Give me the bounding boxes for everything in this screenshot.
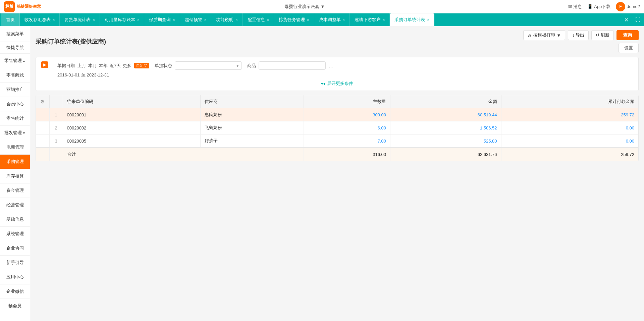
sidebar-item-marketing[interactable]: 营销推广 <box>0 83 30 97</box>
filter-main-row: ▶ 单据日期 上月 本月 本年 近7天 更多 <box>41 61 633 78</box>
sidebar-item-stock-audit[interactable]: 库存核算 <box>0 169 30 183</box>
sidebar-item-ops-mgmt[interactable]: 经营管理 <box>0 198 30 212</box>
logo-icon: 标版 <box>4 1 15 12</box>
tab-pick-task-close[interactable]: × <box>307 18 309 22</box>
sidebar-item-wholesale-mgmt[interactable]: 批发管理 <box>0 126 30 140</box>
page-content: 采购订单统计表(按供应商) 🖨 按模板打印 ▼ ↓ 导出 ↺ <box>30 26 644 321</box>
tab-close-all-btn[interactable]: ✕ <box>622 17 631 23</box>
tab-overstock-close[interactable]: × <box>204 18 206 22</box>
search-menu-btn[interactable]: 搜索菜单 <box>3 30 27 38</box>
status-select[interactable] <box>175 61 242 70</box>
message-icon: ✉ <box>568 4 572 9</box>
page-title-bar: 采购订单统计表(按供应商) 🖨 按模板打印 ▼ ↓ 导出 ↺ <box>36 30 639 53</box>
tab-purchase-summary[interactable]: 采购订单统计表 × <box>390 13 434 26</box>
table-row[interactable]: 3 00020005 好孩子 7.00 525.80 0.00 <box>36 135 638 148</box>
gear-icon[interactable]: ⚙ <box>40 99 45 104</box>
page-title: 采购订单统计表(按供应商) <box>36 38 106 46</box>
sidebar-item-sys-mgmt[interactable]: 系统管理 <box>0 227 30 241</box>
th-supplier-name: 供应商 <box>201 95 304 108</box>
sidebar-item-purchase-mgmt[interactable]: 采购管理 <box>0 155 30 169</box>
refresh-icon: ↺ <box>596 33 599 38</box>
sidebar-item-new-guide[interactable]: 新手引导 <box>0 256 30 270</box>
tab-collect-summary-close[interactable]: × <box>53 18 55 22</box>
shortcut-this-month[interactable]: 本月 <box>88 63 97 69</box>
table-header-row: ⚙ 往来单位编码 供应商 主数量 金额 累计付款金额 <box>36 95 638 108</box>
tab-stock-ledger-close[interactable]: × <box>137 18 139 22</box>
tab-invite-downstream[interactable]: 邀请下游客户 × <box>350 13 390 26</box>
date-shortcuts: 上月 本月 本年 近7天 更多 <box>77 63 131 69</box>
sidebar-item-retail-mgmt[interactable]: 零售管理 <box>0 54 30 68</box>
user-area[interactable]: E demo2 <box>616 2 640 11</box>
row-num: 3 <box>49 135 63 148</box>
tab-expiry-query-close[interactable]: × <box>173 18 175 22</box>
tab-config-info-label: 配置信息 <box>248 17 265 23</box>
th-amount: 金额 <box>390 95 501 108</box>
message-btn[interactable]: ✉ 消息 <box>568 4 582 10</box>
tab-overstock[interactable]: 超储预警 × <box>180 13 211 26</box>
print-btn[interactable]: 🖨 按模板打印 ▼ <box>523 30 565 40</box>
sidebar-item-vip-member[interactable]: 畅会员 <box>0 299 30 313</box>
tab-func-desc-close[interactable]: × <box>235 18 237 22</box>
tab-expiry-query[interactable]: 保质期查询 × <box>144 13 180 26</box>
expand-more-btn[interactable]: ▾▾ 展开更多条件 <box>41 78 633 87</box>
shortcut-7days[interactable]: 近7天 <box>110 63 121 69</box>
status-select-wrapper <box>175 61 242 70</box>
tab-order-summary-close[interactable]: × <box>93 18 95 22</box>
settings-btn[interactable]: 设置 <box>619 43 639 53</box>
goods-label: 商品 <box>247 63 256 69</box>
nav-tabs: 首页 收发存汇总表 × 要货单统计表 × 可用量库存账本 × 保质期查询 × 超… <box>0 13 644 26</box>
app-download-btn[interactable]: 📱 App下载 <box>587 4 610 10</box>
sidebar-item-finance-mgmt[interactable]: 资金管理 <box>0 183 30 198</box>
tab-config-info[interactable]: 配置信息 × <box>243 13 274 26</box>
tab-cost-adjust-label: 成本调整单 <box>319 17 341 23</box>
data-table: ⚙ 往来单位编码 供应商 主数量 金额 累计付款金额 1 000200 <box>36 95 638 161</box>
query-btn[interactable]: 查询 <box>616 30 639 40</box>
sidebar-item-enterprise-collab[interactable]: 企业协同 <box>0 241 30 256</box>
shortcut-this-year[interactable]: 本年 <box>99 63 108 69</box>
tab-func-desc[interactable]: 功能说明 × <box>211 13 243 26</box>
refresh-btn[interactable]: ↺ 刷新 <box>591 30 614 40</box>
export-btn[interactable]: ↓ 导出 <box>568 30 589 40</box>
table-row[interactable]: 1 00020001 惠氏奶粉 303.00 60,519.44 259.72 <box>36 108 638 121</box>
query-settings-group: 查询 设置 <box>616 30 639 53</box>
tab-invite-downstream-close[interactable]: × <box>383 18 385 22</box>
message-label: 消息 <box>573 4 582 10</box>
more-dots-btn[interactable]: … <box>328 63 334 69</box>
tab-purchase-summary-label: 采购订单统计表 <box>394 17 425 23</box>
row-settings <box>36 108 49 121</box>
row-main-qty: 6.00 <box>304 121 390 135</box>
tab-cost-adjust-close[interactable]: × <box>343 18 345 22</box>
row-num: 2 <box>49 121 63 135</box>
th-supplier-code: 往来单位编码 <box>63 95 201 108</box>
tab-purchase-summary-close[interactable]: × <box>427 18 429 22</box>
tab-fullscreen-btn[interactable]: ⛶ <box>633 17 643 23</box>
sidebar-item-retail-mall[interactable]: 零售商城 <box>0 68 30 83</box>
sidebar-item-app-center[interactable]: 应用中心 <box>0 270 30 284</box>
tab-stock-ledger[interactable]: 可用量库存账本 × <box>100 13 144 26</box>
shortcut-last-month[interactable]: 上月 <box>77 63 86 69</box>
workspace-selector[interactable]: 母婴行业演示账套 ▼ <box>284 4 325 10</box>
row-supplier-code: 00020001 <box>63 108 201 121</box>
sidebar-item-member-center[interactable]: 会员中心 <box>0 97 30 111</box>
row-settings <box>36 121 49 135</box>
row-paid-amount: 0.00 <box>501 121 638 135</box>
tab-order-summary[interactable]: 要货单统计表 × <box>60 13 100 26</box>
tab-cost-adjust[interactable]: 成本调整单 × <box>314 13 350 26</box>
shortcut-more[interactable]: 更多 <box>123 63 131 69</box>
tab-pick-task[interactable]: 拣货任务管理 × <box>274 13 314 26</box>
goods-input[interactable] <box>259 61 326 70</box>
tab-collect-summary[interactable]: 收发存汇总表 × <box>20 13 60 26</box>
sidebar-item-basic-info[interactable]: 基础信息 <box>0 212 30 227</box>
tab-config-info-close[interactable]: × <box>267 18 269 22</box>
sidebar-item-enterprise-wechat[interactable]: 企业微信 <box>0 284 30 299</box>
top-bar: 标版 畅捷通好生意 母婴行业演示账套 ▼ ✉ 消息 📱 App下载 E demo… <box>0 0 644 13</box>
collapse-toggle[interactable]: ▶ <box>41 61 48 68</box>
sidebar-item-quick-nav[interactable]: 快捷导航 <box>0 42 30 54</box>
tab-home[interactable]: 首页 <box>1 13 20 26</box>
filter-row-date-range: 2016-01-01 至 2023-12-31 <box>57 72 633 78</box>
sidebar-item-retail-stats[interactable]: 零售统计 <box>0 111 30 126</box>
sidebar-item-ecom-mgmt[interactable]: 电商管理 <box>0 140 30 155</box>
table-row[interactable]: 2 00020002 飞鹤奶粉 6.00 1,586.52 0.00 <box>36 121 638 135</box>
date-range: 2016-01-01 至 2023-12-31 <box>57 72 109 78</box>
top-right: ✉ 消息 📱 App下载 E demo2 <box>568 2 640 11</box>
